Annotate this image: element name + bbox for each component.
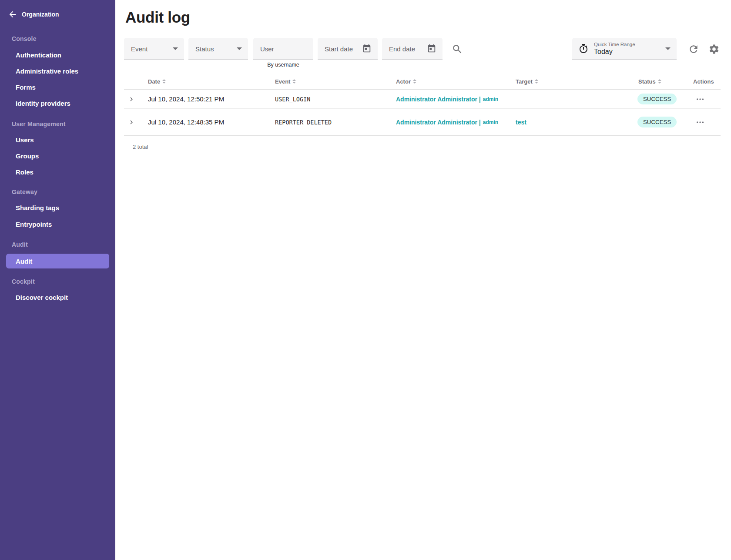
table-row: Jul 10, 2024, 12:50:21 PM USER_LOGIN Adm… (124, 90, 721, 109)
timer-icon (578, 44, 589, 54)
back-arrow-icon[interactable] (8, 10, 17, 19)
sidebar-item-audit-label: Audit (16, 258, 32, 265)
quick-time-range-select[interactable]: Quick Time Range Today (572, 38, 677, 60)
cell-date: Jul 10, 2024, 12:48:35 PM (148, 109, 224, 135)
sidebar-section-user-management: User Management (12, 120, 66, 128)
main-content: Audit log Event Status User By username … (115, 0, 731, 560)
quick-time-range-label: Quick Time Range (594, 42, 665, 47)
sort-icon (413, 79, 416, 84)
sidebar-section-audit: Audit (12, 240, 28, 249)
sidebar-section-console: Console (12, 34, 37, 43)
cell-status: SUCCESS (637, 90, 677, 108)
sidebar-item-administrative-roles[interactable]: Administrative roles (16, 67, 78, 76)
actor-username: admin (483, 96, 498, 102)
column-header-actions: Actions (693, 73, 714, 90)
calendar-icon[interactable] (362, 44, 372, 54)
cell-date: Jul 10, 2024, 12:50:21 PM (148, 90, 224, 108)
user-filter-hint: By username (253, 62, 313, 68)
start-date-placeholder: Start date (325, 45, 362, 53)
calendar-icon[interactable] (427, 44, 436, 54)
table-row: Jul 10, 2024, 12:48:35 PM REPORTER_DELET… (124, 109, 721, 136)
quick-time-range-value: Today (594, 48, 665, 56)
sidebar-item-authentication[interactable]: Authentication (16, 51, 61, 60)
column-header-actor[interactable]: Actor (396, 73, 416, 90)
sidebar-section-cockpit: Cockpit (12, 277, 35, 286)
gear-icon[interactable] (708, 44, 720, 55)
status-badge: SUCCESS (637, 94, 677, 104)
chevron-down-icon (237, 47, 242, 50)
table-header-row: Date Event Actor Target Status Actions (124, 73, 721, 90)
refresh-icon[interactable] (688, 44, 699, 55)
page-title: Audit log (125, 9, 190, 26)
search-icon[interactable] (452, 44, 463, 55)
column-header-event[interactable]: Event (275, 73, 296, 90)
sidebar-title[interactable]: Organization (22, 10, 59, 19)
more-horizontal-icon[interactable] (693, 109, 707, 135)
table-total: 2 total (133, 144, 148, 150)
sidebar-item-users[interactable]: Users (16, 136, 34, 144)
sort-icon (658, 79, 661, 84)
event-filter-select[interactable]: Event (124, 38, 184, 60)
user-filter-input[interactable]: User (253, 38, 313, 60)
audit-log-page: Organization Console Authentication Admi… (0, 0, 731, 560)
sidebar: Organization Console Authentication Admi… (0, 0, 115, 560)
cell-target-link[interactable]: test (516, 109, 526, 135)
chevron-right-icon[interactable] (127, 109, 139, 135)
chevron-right-icon[interactable] (127, 90, 139, 108)
audit-table: Date Event Actor Target Status Actions J… (124, 73, 721, 136)
sort-icon (292, 79, 296, 84)
event-filter-label: Event (131, 45, 173, 53)
column-header-date[interactable]: Date (148, 73, 166, 90)
chevron-down-icon (173, 47, 178, 50)
cell-event: REPORTER_DELETED (275, 109, 332, 135)
cell-actor-link[interactable]: Administrator Administrator |admin (396, 109, 498, 135)
user-filter-placeholder: User (260, 45, 307, 53)
more-horizontal-icon[interactable] (693, 90, 707, 108)
actor-username: admin (483, 119, 498, 125)
sidebar-item-groups[interactable]: Groups (16, 152, 39, 161)
sidebar-item-entrypoints[interactable]: Entrypoints (16, 220, 52, 229)
sidebar-item-identity-providers[interactable]: Identity providers (16, 99, 70, 108)
cell-event: USER_LOGIN (275, 90, 310, 108)
column-header-target[interactable]: Target (516, 73, 538, 90)
sort-icon (162, 79, 166, 84)
chevron-down-icon (665, 47, 671, 50)
sidebar-item-sharding-tags[interactable]: Sharding tags (16, 204, 59, 212)
sidebar-section-gateway: Gateway (12, 188, 37, 196)
sidebar-item-discover-cockpit[interactable]: Discover cockpit (16, 293, 68, 302)
start-date-input[interactable]: Start date (318, 38, 378, 60)
cell-status: SUCCESS (637, 109, 677, 135)
sidebar-item-roles[interactable]: Roles (16, 168, 34, 177)
column-header-status[interactable]: Status (638, 73, 661, 90)
status-badge: SUCCESS (637, 117, 677, 127)
end-date-placeholder: End date (389, 45, 427, 53)
status-filter-select[interactable]: Status (188, 38, 248, 60)
sidebar-item-audit[interactable]: Audit (6, 254, 109, 268)
status-filter-label: Status (195, 45, 237, 53)
sort-icon (535, 79, 538, 84)
end-date-input[interactable]: End date (382, 38, 443, 60)
sidebar-item-forms[interactable]: Forms (16, 83, 36, 92)
cell-actor-link[interactable]: Administrator Administrator |admin (396, 90, 498, 108)
